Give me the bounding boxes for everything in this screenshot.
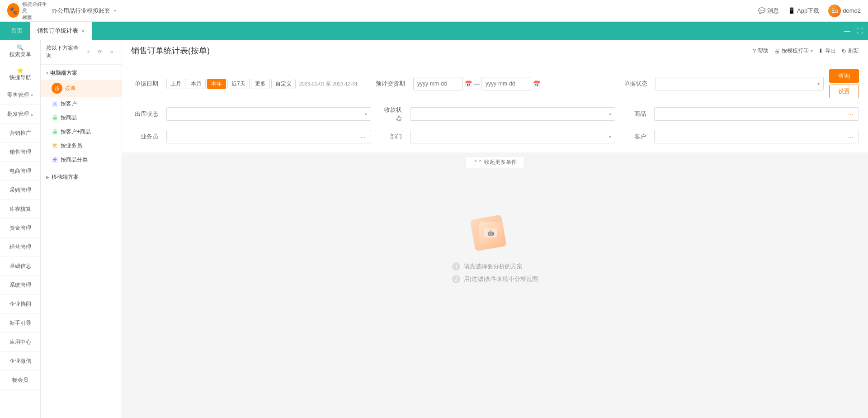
sidebar-item-finance[interactable]: 资金管理 bbox=[0, 219, 40, 238]
payment-status-select[interactable]: ▾ bbox=[410, 107, 615, 121]
custom-button[interactable]: 自定义 bbox=[271, 79, 296, 89]
page-title: 销售订单统计表(按单) bbox=[131, 45, 210, 56]
chevron-down-icon: ▾ bbox=[31, 93, 33, 98]
scheme-item-by-product[interactable]: 品 按商品 bbox=[41, 111, 122, 125]
sidebar-item-corp[interactable]: 企业协同 bbox=[0, 295, 40, 314]
section-collapsed-icon: ▶ bbox=[46, 175, 50, 180]
scheme-section-desktop: ▾ 电脑端方案 按 按单 人 按客户 品 按商品 品 按客户+商品 bbox=[41, 65, 122, 169]
date-label: 单据日期 bbox=[131, 80, 163, 88]
query-button[interactable]: 查询 bbox=[829, 69, 859, 83]
page-actions: ? 帮助 🖨 按模板打印 ▾ ⬇ 导出 ↻ 刷新 bbox=[753, 47, 859, 55]
collapse-scheme-button[interactable]: « bbox=[107, 48, 116, 57]
scheme-panel-header: 按以下方案查询 + ⟳ « bbox=[41, 40, 122, 65]
sidebar-item-sales[interactable]: 销售管理 bbox=[0, 143, 40, 162]
help-icon: ? bbox=[753, 48, 756, 54]
help-button[interactable]: ? 帮助 bbox=[753, 47, 769, 55]
out-status-select[interactable]: ▾ bbox=[166, 107, 371, 121]
sidebar-item-ecommerce[interactable]: 电商管理 bbox=[0, 162, 40, 181]
empty-illustration: 🤖 bbox=[468, 208, 522, 253]
scheme-item-by-customer[interactable]: 人 按客户 bbox=[41, 97, 122, 111]
tab-home[interactable]: 首页 bbox=[4, 22, 30, 40]
minimize-icon[interactable]: — bbox=[843, 26, 852, 35]
sidebar-item-wechat[interactable]: 企业微信 bbox=[0, 352, 40, 371]
date-dash: — bbox=[474, 81, 480, 87]
template-print-button[interactable]: 🖨 按模板打印 ▾ bbox=[774, 47, 813, 55]
scheme-product-cat-icon: 分 bbox=[52, 157, 58, 163]
scheme-item-by-salesperson[interactable]: 柱 按业务员 bbox=[41, 139, 122, 153]
scheme-item-by-customer-product[interactable]: 品 按客户+商品 bbox=[41, 125, 122, 139]
tabbar-actions: — ⛶ bbox=[843, 26, 864, 35]
sidebar-item-member[interactable]: 畅会员 bbox=[0, 371, 40, 390]
collapse-area: ⌃⌃ 收起更多条件 bbox=[122, 152, 868, 172]
sidebar-item-inventory[interactable]: 库存核算 bbox=[0, 200, 40, 219]
last7days-button[interactable]: 近7天 bbox=[227, 79, 250, 89]
scheme-section-desktop-title[interactable]: ▾ 电脑端方案 bbox=[41, 66, 122, 80]
goods-input[interactable]: ··· bbox=[654, 107, 859, 121]
last-month-button[interactable]: 上月 bbox=[166, 79, 185, 89]
more-button[interactable]: 更多 bbox=[251, 79, 270, 89]
customer-input[interactable]: ··· bbox=[654, 130, 859, 143]
goods-more-icon[interactable]: ··· bbox=[846, 111, 855, 118]
refresh-button[interactable]: ↻ 刷新 bbox=[841, 47, 859, 55]
chevron-up-icon: ▴ bbox=[31, 112, 33, 117]
app-download-button[interactable]: 📱 App下载 bbox=[788, 7, 819, 15]
maximize-icon[interactable]: ⛶ bbox=[855, 26, 864, 35]
add-scheme-button[interactable]: + bbox=[84, 48, 93, 57]
page-header: 销售订单统计表(按单) ? 帮助 🖨 按模板打印 ▾ ⬇ 导出 bbox=[122, 40, 868, 60]
logo-icon: 🐾 bbox=[7, 3, 19, 18]
sidebar-item-basic[interactable]: 基础信息 bbox=[0, 257, 40, 276]
hint-num-2: 2 bbox=[452, 275, 460, 283]
salesperson-more-icon[interactable]: ··· bbox=[359, 133, 367, 140]
out-status-chevron-icon: ▾ bbox=[365, 112, 367, 117]
topbar-title[interactable]: 办公用品行业模拟账套 ▾ bbox=[52, 7, 758, 15]
active-scheme-icon: 按 bbox=[52, 83, 62, 94]
sidebar-shortcut[interactable]: ⭐ 快捷导航 bbox=[0, 63, 40, 86]
message-button[interactable]: 💬 消息 bbox=[758, 7, 779, 15]
delivery-date-control: 📅 — 📅 bbox=[413, 77, 617, 90]
delivery-date-to-input[interactable] bbox=[481, 77, 531, 90]
doc-status-label: 单据状态 bbox=[620, 80, 652, 88]
tab-sales-order-stats[interactable]: 销售订单统计表 ✕ bbox=[30, 22, 92, 40]
collapse-button[interactable]: ⌃⌃ 收起更多条件 bbox=[466, 156, 524, 168]
empty-hint-1: 1 请先选择要分析的方案 bbox=[452, 262, 538, 271]
sidebar-item-apps[interactable]: 应用中心 bbox=[0, 333, 40, 352]
sidebar-item-operations[interactable]: 经营管理 bbox=[0, 238, 40, 257]
department-label: 部门 bbox=[375, 133, 406, 141]
scheme-cust-prod-icon: 品 bbox=[52, 129, 58, 135]
scheme-item-by-order[interactable]: 按 按单 bbox=[41, 80, 122, 97]
scheme-salesperson-icon: 柱 bbox=[52, 143, 58, 149]
tab-close-icon[interactable]: ✕ bbox=[81, 28, 85, 34]
collapse-icon: ⌃⌃ bbox=[473, 159, 482, 166]
delivery-date-from-input[interactable] bbox=[413, 77, 463, 90]
export-button[interactable]: ⬇ 导出 bbox=[818, 47, 836, 55]
refresh-icon: ↻ bbox=[841, 48, 846, 54]
sidebar-item-purchase[interactable]: 采购管理 bbox=[0, 181, 40, 200]
tabbar: 首页 销售订单统计表 ✕ — ⛶ bbox=[0, 22, 868, 40]
scheme-section-mobile-title[interactable]: ▶ 移动端方案 bbox=[41, 171, 122, 184]
scheme-item-by-product-cat[interactable]: 分 按商品分类 bbox=[41, 153, 122, 167]
sidebar-item-system[interactable]: 系统管理 bbox=[0, 276, 40, 295]
sidebar-item-wholesale[interactable]: 批发管理 ▴ bbox=[0, 105, 40, 124]
customer-more-icon[interactable]: ··· bbox=[846, 133, 855, 140]
filter-row-2: 出库状态 ▾ 收款状态 ▾ 商品 ··· bbox=[131, 102, 859, 126]
department-select[interactable]: ▾ bbox=[410, 130, 615, 143]
doc-status-control: ▾ 查询 设置 bbox=[656, 69, 859, 98]
this-month-button[interactable]: 本月 bbox=[187, 79, 206, 89]
doc-status-chevron-icon: ▾ bbox=[817, 81, 820, 86]
salesperson-input[interactable]: ··· bbox=[166, 130, 371, 143]
out-status-label: 出库状态 bbox=[131, 110, 163, 118]
doc-status-select[interactable]: ▾ bbox=[656, 77, 824, 90]
refresh-scheme-button[interactable]: ⟳ bbox=[95, 48, 104, 57]
sidebar-item-marketing[interactable]: 营销推广 bbox=[0, 124, 40, 143]
empty-hint-2: 2 用[过滤]条件来缩小分析范围 bbox=[452, 275, 538, 283]
filter-row-3: 业务员 ··· 部门 ▾ 客户 ··· bbox=[131, 126, 859, 147]
sidebar-item-retail[interactable]: 零售管理 ▾ bbox=[0, 86, 40, 105]
sidebar-item-newbie[interactable]: 新手引导 bbox=[0, 314, 40, 333]
this-year-button[interactable]: 本年 bbox=[207, 79, 226, 89]
scheme-section-mobile: ▶ 移动端方案 bbox=[41, 169, 122, 185]
user-menu[interactable]: Ea demo2 bbox=[828, 5, 861, 17]
dept-chevron-icon: ▾ bbox=[609, 134, 611, 139]
message-icon: 💬 bbox=[758, 7, 765, 14]
sidebar-search[interactable]: 🔍 搜索菜单 bbox=[0, 40, 40, 63]
settings-button[interactable]: 设置 bbox=[829, 85, 859, 98]
